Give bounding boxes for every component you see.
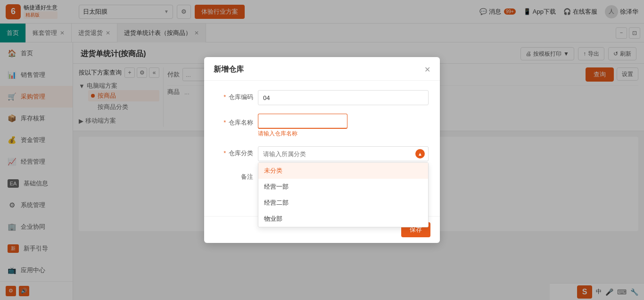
category-label: * 仓库分类 — [215, 146, 253, 158]
form-row-code: * 仓库编码 — [215, 90, 429, 105]
modal-close-button[interactable]: ✕ — [424, 65, 430, 74]
form-row-category: * 仓库分类 ▲ 未分类 经营一部 经营二部 物业部 — [215, 146, 429, 161]
dropdown-item-uncategorized[interactable]: 未分类 — [258, 163, 428, 179]
name-label: * 仓库名称 — [215, 116, 253, 127]
name-input[interactable] — [258, 114, 347, 129]
dropdown-item-ops2[interactable]: 经营二部 — [258, 195, 428, 211]
modal-header: 新增仓库 ✕ — [204, 57, 440, 81]
category-select-wrapper: ▲ 未分类 经营一部 经营二部 物业部 — [258, 146, 429, 161]
category-input[interactable] — [258, 146, 429, 161]
name-error-msg: 请输入仓库名称 — [258, 130, 297, 138]
dropdown-item-property[interactable]: 物业部 — [258, 211, 428, 227]
modal-overlay: 新增仓库 ✕ * 仓库编码 * 仓库名称 — [0, 0, 644, 300]
dropdown-item-ops1[interactable]: 经营一部 — [258, 179, 428, 195]
new-warehouse-modal: 新增仓库 ✕ * 仓库编码 * 仓库名称 — [204, 57, 440, 243]
code-label: * 仓库编码 — [215, 90, 253, 101]
category-dropdown: 未分类 经营一部 经营二部 物业部 — [258, 162, 429, 227]
form-row-name: * 仓库名称 请输入仓库名称 — [215, 114, 429, 138]
modal-body: * 仓库编码 * 仓库名称 请输入仓库名称 * — [204, 81, 440, 216]
code-input[interactable] — [258, 90, 429, 105]
modal-title: 新增仓库 — [214, 65, 244, 75]
category-arrow-icon[interactable]: ▲ — [415, 149, 425, 158]
note-label: 备注 — [215, 170, 253, 181]
